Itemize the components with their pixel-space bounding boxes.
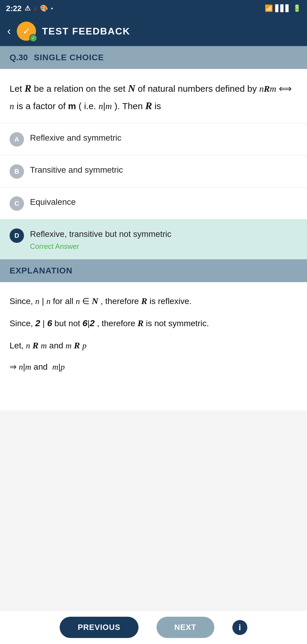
option-a-text: Reflexive and symmetric (30, 132, 121, 144)
signal-icon: ▋▋▋ (275, 4, 291, 12)
option-a-content: Reflexive and symmetric (30, 132, 121, 144)
option-c[interactable]: C Equivalence (0, 187, 307, 219)
previous-button[interactable]: PREVIOUS (60, 617, 138, 638)
correct-answer-label: Correct Answer (30, 242, 171, 251)
explanation-header: EXPLANATION (0, 259, 307, 282)
bottom-navigation: PREVIOUS NEXT i (0, 610, 307, 644)
palette-icon: 🎨 (40, 4, 48, 12)
next-button[interactable]: NEXT (156, 617, 214, 638)
status-bar: 2:22 ⚠ ♪ 🎨 • 📶 ▋▋▋ 🔋 (0, 0, 307, 17)
option-d-content: Reflexive, transitive but not symmetric … (30, 228, 171, 251)
app-logo: ✓ ✓ (17, 22, 36, 41)
logo-check-icon: ✓ (22, 25, 31, 37)
option-c-text: Equivalence (30, 196, 76, 208)
question-type: SINGLE CHOICE (34, 53, 104, 62)
logo-badge: ✓ (29, 34, 37, 42)
option-b-content: Transitive and symmetric (30, 164, 123, 176)
back-button[interactable]: ‹ (7, 26, 11, 37)
option-a[interactable]: A Reflexive and symmetric (0, 123, 307, 155)
option-c-content: Equivalence (30, 196, 76, 208)
option-b-badge: B (10, 164, 24, 179)
option-d-badge: D (10, 228, 24, 243)
question-number: Q.30 (10, 53, 28, 62)
dot-icon: • (51, 5, 53, 12)
page-title: TEST FEEDBACK (42, 26, 130, 37)
option-c-badge: C (10, 196, 24, 211)
explanation-line-3: Let, n R m and m R p (10, 337, 297, 353)
option-a-badge: A (10, 132, 24, 147)
explanation-body: Since, n | n for all n ∈ N , therefore R… (0, 282, 307, 410)
warning-icon: ⚠ (25, 4, 31, 12)
explanation-line-1: Since, n | n for all n ∈ N , therefore R… (10, 293, 297, 309)
option-d[interactable]: D Reflexive, transitive but not symmetri… (0, 219, 307, 259)
question-body: Let R be a relation on the set N of natu… (0, 69, 307, 123)
status-icons: 📶 ▋▋▋ 🔋 (265, 4, 301, 12)
app-header: ‹ ✓ ✓ TEST FEEDBACK (0, 17, 307, 46)
explanation-title: EXPLANATION (10, 266, 73, 275)
question-header: Q.30 SINGLE CHOICE (0, 46, 307, 69)
explanation-line-2: Since, 2 | 6 but not 6|2 , therefore R i… (10, 315, 297, 331)
option-b[interactable]: B Transitive and symmetric (0, 155, 307, 187)
battery-icon: 🔋 (293, 4, 301, 12)
time-display: 2:22 (6, 4, 22, 13)
music-icon: ♪ (34, 4, 37, 12)
wifi-icon: 📶 (265, 4, 273, 12)
status-time: 2:22 ⚠ ♪ 🎨 • (6, 4, 53, 13)
option-b-text: Transitive and symmetric (30, 164, 123, 176)
info-button[interactable]: i (232, 620, 247, 635)
badge-check-icon: ✓ (31, 36, 35, 40)
explanation-line-4: ⇒ n|m and m|p (10, 359, 297, 374)
option-d-text: Reflexive, transitive but not symmetric (30, 228, 171, 240)
